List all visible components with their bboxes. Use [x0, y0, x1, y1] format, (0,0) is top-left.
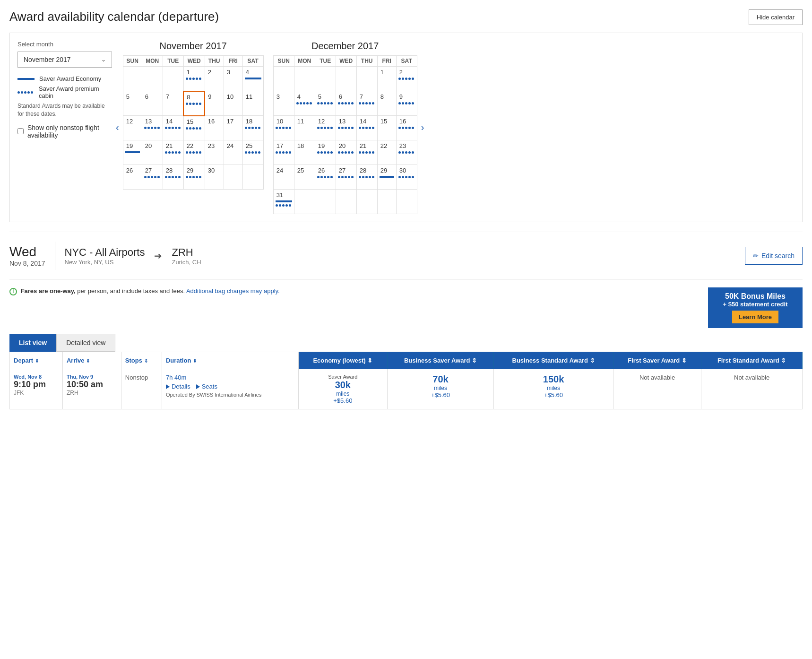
calendar-day[interactable]: 3 [224, 67, 242, 91]
depart-header[interactable]: Depart ⇕ [10, 352, 63, 369]
calendar-day[interactable]: 13 [142, 116, 163, 140]
dot [330, 127, 333, 129]
business-standard-cell[interactable]: 150k miles +$5.60 [494, 369, 613, 409]
calendar-day[interactable]: 2 [205, 67, 224, 91]
calendar-day[interactable]: 28 [356, 165, 377, 190]
calendar-day[interactable]: 14 [356, 116, 377, 140]
calendar-day[interactable]: 26 [315, 165, 336, 190]
calendar-day[interactable]: 22 [183, 140, 205, 165]
edit-search-button[interactable]: ✏ Edit search [745, 247, 803, 265]
calendar-day[interactable]: 29 [183, 165, 205, 190]
duration-header[interactable]: Duration ⇕ [162, 352, 298, 369]
calendar-day[interactable]: 15 [377, 116, 396, 140]
calendar-day[interactable]: 30 [396, 165, 417, 190]
calendar-day[interactable]: 24 [224, 140, 242, 165]
calendar-day[interactable]: 20 [142, 140, 163, 165]
calendar-day[interactable]: 25 [242, 140, 263, 165]
day-number: 13 [143, 117, 162, 126]
dest-city: ZRH [172, 246, 201, 259]
calendar-day[interactable]: 6 [142, 91, 163, 116]
stops-header[interactable]: Stops ⇕ [121, 352, 162, 369]
calendar-day[interactable]: 24 [273, 165, 294, 190]
calendar-day[interactable]: 4 [242, 67, 263, 91]
calendar-day[interactable]: 17 [224, 116, 242, 140]
list-view-button[interactable]: List view [9, 334, 56, 352]
calendar-day[interactable]: 16 [396, 116, 417, 140]
calendar-day[interactable]: 5 [123, 91, 142, 116]
calendar-day[interactable]: 31 [273, 190, 294, 214]
calendar-day[interactable]: 18 [294, 140, 315, 165]
calendar-day[interactable]: 27 [336, 165, 356, 190]
flight-date: Nov 8, 2017 [9, 260, 45, 267]
calendar-day[interactable]: 1 [377, 67, 396, 91]
calendar-day[interactable]: 15 [183, 116, 205, 140]
calendar-day[interactable]: 9 [396, 91, 417, 116]
calendar-day[interactable]: 11 [294, 116, 315, 140]
calendar-day[interactable]: 8 [377, 91, 396, 116]
day-number: 10 [275, 117, 293, 126]
economy-cell[interactable]: Saver Award 30k miles +$5.60 [298, 369, 387, 409]
calendar-day[interactable]: 14 [163, 116, 183, 140]
dot [320, 127, 323, 129]
route-arrow-icon: ➔ [154, 250, 162, 261]
calendar-day[interactable]: 8 [183, 91, 205, 116]
calendar-day[interactable]: 10 [224, 91, 242, 116]
month-select[interactable]: November 2017 ⌄ [17, 52, 112, 68]
seats-button[interactable]: Seats [196, 383, 217, 390]
calendar-day [242, 165, 263, 190]
bag-charges-link[interactable]: Additional bag charges may apply. [186, 287, 280, 295]
availability-bar [380, 176, 394, 178]
details-button[interactable]: Details [166, 383, 190, 390]
dot [165, 176, 167, 178]
calendar-day[interactable]: 20 [336, 140, 356, 165]
calendar-day[interactable]: 18 [242, 116, 263, 140]
calendar-day[interactable]: 23 [396, 140, 417, 165]
calendar-day[interactable]: 6 [336, 91, 356, 116]
arrive-header[interactable]: Arrive ⇕ [62, 352, 121, 369]
calendar-day[interactable]: 21 [163, 140, 183, 165]
hide-calendar-button[interactable]: Hide calendar [749, 9, 803, 25]
calendar-day[interactable]: 4 [294, 91, 315, 116]
calendar-day[interactable]: 30 [205, 165, 224, 190]
calendar-day[interactable]: 27 [142, 165, 163, 190]
next-month-button[interactable]: › [417, 118, 428, 137]
calendar-day[interactable]: 5 [315, 91, 336, 116]
dot [330, 151, 333, 154]
calendar-day[interactable]: 28 [163, 165, 183, 190]
prev-month-button[interactable]: ‹ [112, 118, 123, 137]
calendar-day[interactable]: 12 [123, 116, 142, 140]
calendar-day[interactable]: 2 [396, 67, 417, 91]
dot [402, 127, 404, 129]
calendar-day[interactable]: 9 [205, 91, 224, 116]
calendar-day[interactable]: 7 [163, 91, 183, 116]
calendar-day[interactable]: 22 [377, 140, 396, 165]
calendar-day[interactable]: 29 [377, 165, 396, 190]
calendar-day[interactable]: 26 [123, 165, 142, 190]
business-saver-cell[interactable]: 70k miles +$5.60 [387, 369, 493, 409]
calendar-day[interactable]: 25 [294, 165, 315, 190]
calendar-day[interactable]: 17 [273, 140, 294, 165]
calendar-day[interactable]: 13 [336, 116, 356, 140]
calendar-day[interactable]: 11 [242, 91, 263, 116]
calendar-day[interactable]: 10 [273, 116, 294, 140]
dot [402, 78, 404, 80]
day-number: 20 [337, 141, 355, 150]
calendar-day[interactable]: 19 [123, 140, 142, 165]
dot [199, 78, 201, 80]
learn-more-button[interactable]: Learn More [732, 311, 778, 323]
stops-cell: Nonstop [121, 369, 162, 409]
calendar-day[interactable]: 12 [315, 116, 336, 140]
detailed-view-button[interactable]: Detailed view [56, 334, 115, 352]
calendar-day[interactable]: 19 [315, 140, 336, 165]
calendar-day[interactable]: 21 [356, 140, 377, 165]
calendar-day[interactable]: 7 [356, 91, 377, 116]
day-number: 25 [295, 166, 314, 175]
calendar-day[interactable]: 1 [183, 67, 205, 91]
nonstop-checkbox[interactable] [17, 128, 24, 134]
dot [348, 151, 350, 154]
calendar-day[interactable]: 16 [205, 116, 224, 140]
calendar-day[interactable]: 23 [205, 140, 224, 165]
calendar-day[interactable]: 3 [273, 91, 294, 116]
business-saver-label: Business Saver Award [404, 357, 470, 364]
dot [327, 176, 329, 178]
